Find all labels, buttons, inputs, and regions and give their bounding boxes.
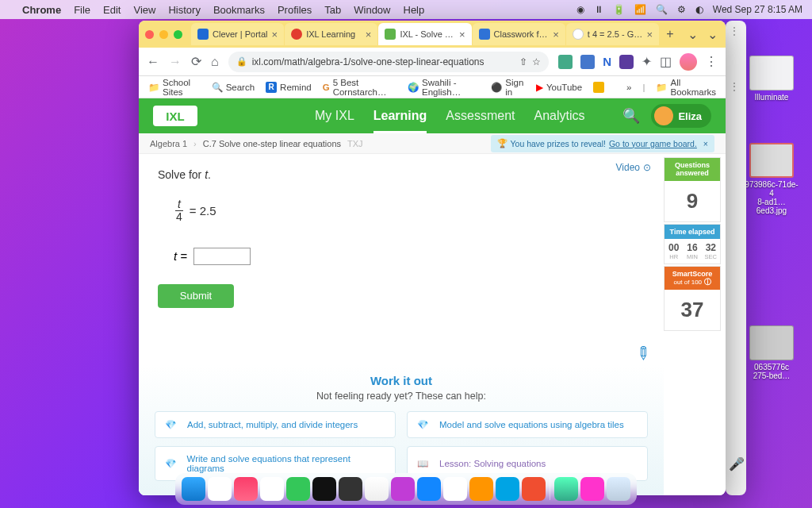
bookmark-signin[interactable]: ⚫ Sign in [491,78,525,97]
dock-news-icon[interactable] [365,477,389,501]
dock-app-icon[interactable] [339,477,362,501]
sidepanel-icon[interactable]: ◫ [660,54,672,69]
share-icon[interactable]: ⇧ [519,56,527,67]
menubar-app[interactable]: Chrome [22,4,61,16]
extension-icon[interactable] [580,55,595,69]
nav-myixl[interactable]: My IXL [315,109,354,124]
dock-messages-icon[interactable] [286,477,310,501]
status-wifi-icon[interactable]: 📶 [634,4,646,15]
bookmark-remind[interactable]: R Remind [266,82,312,93]
dock-music-icon[interactable] [234,477,258,501]
tab-google[interactable]: t 4 = 2.5 - Googl× [566,23,659,45]
maximize-window-icon[interactable] [174,30,182,39]
tab-classwork[interactable]: Classwork for Al× [473,23,565,45]
all-bookmarks[interactable]: 📁 All Bookmarks [656,78,716,97]
status-battery-icon[interactable]: 🔋 [613,4,625,15]
chrome-menu-icon[interactable]: ⋮ [705,54,718,69]
dock-photoshop-icon[interactable] [496,477,519,501]
menu-edit[interactable]: Edit [103,4,121,16]
breadcrumb-course[interactable]: Algebra 1 [150,139,187,148]
submit-button[interactable]: Submit [158,284,234,308]
address-bar[interactable]: 🔒 ixl.com/math/algebra-1/solve-one-step-… [228,52,549,72]
user-menu[interactable]: Eliza [651,104,711,128]
nav-analytics[interactable]: Analytics [534,109,585,124]
bookmark-school[interactable]: 📁 School Sites [148,78,201,97]
close-icon[interactable]: × [553,29,559,40]
ixl-search-icon[interactable]: 🔍 [622,107,640,125]
close-icon[interactable]: × [703,139,708,148]
close-icon[interactable]: × [646,29,653,40]
bookmark-overflow-icon[interactable]: » [626,83,631,92]
desktop-icon-illuminate[interactable]: Illuminate [744,56,799,102]
desktop-icon-image2[interactable]: 0635776c 275-bed… [744,325,799,380]
new-tab-button[interactable]: + [660,27,680,41]
dock-illustrator-icon[interactable] [469,477,493,501]
bookmark-search[interactable]: 🔍 Search [212,82,255,93]
menu-view[interactable]: View [133,4,155,16]
scratchpad-pencil-icon[interactable]: ✎ [630,341,654,365]
forward-button[interactable]: → [169,55,182,69]
dock-app-icon[interactable] [208,477,232,501]
back-button[interactable]: ← [147,55,159,69]
dock-finder-icon[interactable] [182,477,205,501]
tab-strip: Clever | Portal× IXL Learning× IXL - Sol… [139,21,726,48]
menu-window[interactable]: Window [354,4,390,16]
profile-avatar[interactable] [680,53,697,71]
status-siri-icon[interactable]: ◐ [695,4,703,15]
menu-profiles[interactable]: Profiles [278,4,312,16]
nav-assessment[interactable]: Assessment [446,109,515,124]
menu-bookmarks[interactable]: Bookmarks [213,4,265,16]
dock-tv-icon[interactable] [312,477,336,501]
dock-folder-icon[interactable] [580,477,604,501]
minimize-window-icon[interactable] [159,30,168,39]
bookmark-star-icon[interactable]: ☆ [532,56,541,67]
dock-appstore-icon[interactable] [417,477,441,501]
answer-input[interactable] [193,248,251,265]
extension-icon[interactable] [619,55,634,69]
tab-search-icon[interactable]: ⌄ [705,27,719,42]
reload-button[interactable]: ⟳ [191,54,201,69]
desktop-icon-image1[interactable]: 973986c-71de-4 8-ad1…6ed3.jpg [744,143,799,215]
prize-banner[interactable]: 🏆 You have prizes to reveal! Go to your … [491,135,714,152]
dock-photos-icon[interactable] [260,477,284,501]
status-pause-icon[interactable]: ⏸ [594,4,603,15]
mic-icon[interactable]: 🎤 [729,456,745,471]
info-icon[interactable]: ⓘ [704,278,711,286]
dock-podcasts-icon[interactable] [391,477,415,501]
dock-chrome-icon[interactable] [443,477,467,501]
menu-tab[interactable]: Tab [324,4,341,16]
home-button[interactable]: ⌂ [211,55,219,69]
dock-trash-icon[interactable] [607,477,630,501]
window-controls [145,30,182,39]
status-search-icon[interactable]: 🔍 [656,4,668,15]
help-card-tiles[interactable]: 💎Model and solve equations using algebra… [407,411,648,438]
bookmark-swahili[interactable]: 🌍 Swahili - English… [408,78,480,97]
dock-app-icon[interactable] [522,477,546,501]
menu-history[interactable]: History [168,4,200,16]
game-board-link[interactable]: Go to your game board. [609,139,697,148]
tab-clever[interactable]: Clever | Portal× [191,23,284,45]
close-icon[interactable]: × [459,29,465,40]
bookmark-item[interactable] [593,82,604,93]
video-link[interactable]: Video ⊙ [616,162,651,173]
menu-file[interactable]: File [74,4,90,16]
close-icon[interactable]: × [272,29,278,40]
extension-icon[interactable] [558,55,573,69]
ixl-logo[interactable]: IXL [153,106,197,126]
bookmark-cornstarch[interactable]: G 5 Best Cornstarch… [323,78,396,97]
help-card-integers[interactable]: 💎Add, subtract, multiply, and divide int… [155,411,396,438]
extension-n-icon[interactable]: N [603,55,611,68]
menubar-datetime[interactable]: Wed Sep 27 8:15 AM [713,4,802,15]
status-control-icon[interactable]: ⚙ [677,4,686,15]
tab-ixl-learning[interactable]: IXL Learning× [285,23,377,45]
status-record-icon[interactable]: ◉ [576,4,584,15]
tab-ixl-solve[interactable]: IXL - Solve one-s× [378,23,471,45]
dock-downloads-icon[interactable] [554,477,578,501]
close-window-icon[interactable] [145,30,154,39]
close-icon[interactable]: × [366,29,372,40]
tab-overflow-icon[interactable]: ⌄ [681,27,704,42]
nav-learning[interactable]: Learning [373,109,427,133]
bookmark-youtube[interactable]: ▶ YouTube [536,82,582,93]
extensions-puzzle-icon[interactable]: ✦ [642,54,652,69]
menu-help[interactable]: Help [404,4,425,16]
